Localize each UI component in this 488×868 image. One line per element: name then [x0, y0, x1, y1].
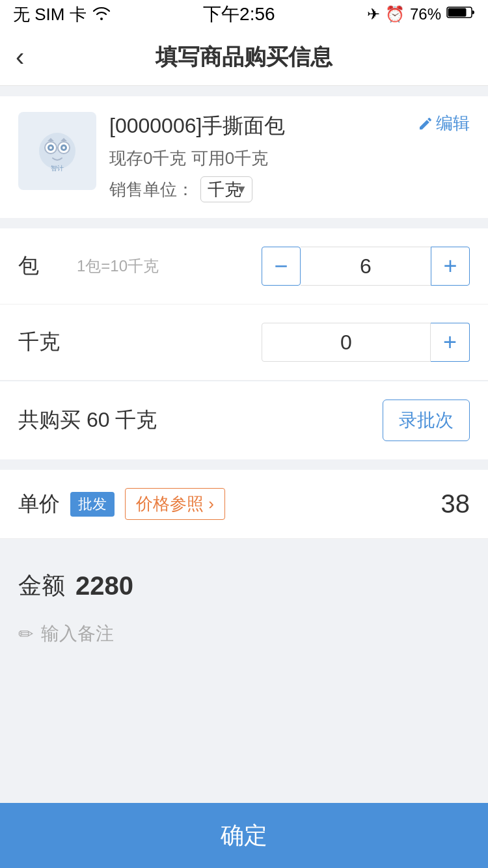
kg-input[interactable]: [262, 323, 431, 362]
confirm-bar[interactable]: 确定: [0, 803, 488, 868]
svg-point-8: [62, 146, 65, 149]
price-ref-button[interactable]: 价格参照 ›: [125, 488, 225, 520]
nav-bar: ‹ 填写商品购买信息: [0, 29, 488, 86]
unit-select-wrapper[interactable]: 千克: [200, 176, 252, 202]
price-value: 38: [441, 489, 470, 519]
note-placeholder: 输入备注: [41, 621, 114, 646]
amount-row: 金额 2280: [18, 557, 470, 615]
product-info: [0000006]手撕面包 编辑 现存0千克 可用0千克 销售单位： 千克: [109, 112, 470, 202]
kg-row: 千克 +: [0, 305, 488, 381]
bao-row: 包 1包=10千克 − +: [0, 228, 488, 305]
product-stock: 现存0千克 可用0千克: [109, 147, 470, 170]
svg-point-7: [49, 146, 52, 149]
bao-plus-button[interactable]: +: [431, 247, 470, 286]
svg-text:智计: 智计: [51, 165, 64, 172]
price-tag-badge: 批发: [70, 492, 115, 517]
section-divider: [0, 459, 488, 470]
product-name: [0000006]手撕面包: [109, 112, 285, 141]
svg-point-2: [39, 133, 75, 169]
wifi-icon: [92, 5, 111, 25]
bao-controls: − +: [262, 247, 470, 286]
amount-section: 金额 2280 ✏ 输入备注: [0, 539, 488, 666]
kg-controls: +: [262, 323, 470, 362]
summary-text: 共购买 60 千克: [18, 406, 157, 435]
battery-percent: 76%: [410, 5, 441, 23]
batch-button[interactable]: 录批次: [383, 400, 470, 441]
quantity-section: 包 1包=10千克 − + 千克 +: [0, 228, 488, 381]
svg-rect-1: [448, 8, 467, 17]
amount-value: 2280: [75, 571, 133, 601]
amount-label: 金额: [18, 570, 65, 602]
sim-status: 无 SIM 卡: [13, 3, 87, 26]
kg-plus-button[interactable]: +: [431, 323, 470, 362]
confirm-button[interactable]: 确定: [221, 820, 267, 852]
bao-label: 包: [18, 252, 70, 280]
bao-hint: 1包=10千克: [77, 256, 262, 277]
price-row: 单价 批发 价格参照 › 38: [18, 488, 470, 520]
page-title: 填写商品购买信息: [156, 42, 332, 72]
battery-icon: [446, 5, 475, 23]
price-section: 单价 批发 价格参照 › 38: [0, 470, 488, 539]
product-section: 智计 [0000006]手撕面包 编辑 现存0千克 可用0千克 销售单位： 千克: [0, 96, 488, 218]
back-button[interactable]: ‹: [16, 42, 24, 72]
alarm-icon: ⏰: [385, 5, 405, 23]
location-icon: ✈: [367, 5, 380, 23]
bao-minus-button[interactable]: −: [262, 247, 301, 286]
bao-input[interactable]: [301, 247, 431, 286]
note-row[interactable]: ✏ 输入备注: [18, 615, 470, 666]
kg-label: 千克: [18, 328, 262, 357]
edit-button[interactable]: 编辑: [418, 112, 470, 135]
product-image: 智计: [18, 112, 96, 190]
status-bar: 无 SIM 卡 下午2:56 ✈ ⏰ 76%: [0, 0, 488, 29]
status-right: ✈ ⏰ 76%: [367, 5, 475, 23]
unit-select[interactable]: 千克: [200, 176, 252, 202]
status-left: 无 SIM 卡: [13, 3, 111, 26]
summary-row: 共购买 60 千克 录批次: [0, 381, 488, 459]
pencil-icon: ✏: [18, 623, 33, 645]
price-label: 单价: [18, 490, 60, 519]
product-unit: 销售单位： 千克: [109, 176, 470, 202]
status-time: 下午2:56: [203, 2, 275, 27]
